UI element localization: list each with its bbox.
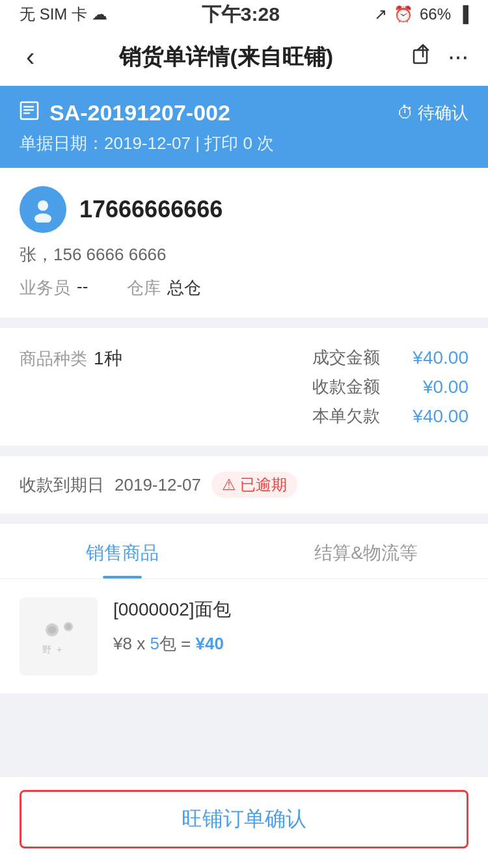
customer-section: 17666666666 张，156 6666 6666 业务员 -- 仓库 总仓 [0, 168, 488, 318]
customer-avatar [20, 186, 66, 233]
customer-phone: 17666666666 [79, 196, 223, 223]
svg-rect-0 [414, 50, 427, 63]
share-icon[interactable] [411, 42, 435, 72]
back-button[interactable]: ‹ [20, 36, 41, 78]
due-section: 收款到期日 2019-12-07 ⚠ 已逾期 [0, 456, 488, 513]
product-name: [0000002]面包 [113, 597, 468, 622]
product-info: [0000002]面包 ¥8 x 5包 = ¥40 [113, 597, 468, 655]
received-amount-value: ¥0.00 [390, 377, 468, 398]
overdue-badge: ⚠ 已逾期 [211, 472, 297, 498]
overdue-text: 已逾期 [240, 474, 287, 495]
kinds-label: 商品种类 [20, 347, 87, 370]
status-text: 待确认 [418, 102, 468, 124]
product-item: 野 + [0000002]面包 ¥8 x 5包 = ¥40 [0, 579, 488, 694]
received-amount-label: 收款金额 [312, 375, 380, 398]
kinds-value: 1种 [94, 346, 122, 371]
product-thumbnail: 野 + [20, 597, 98, 675]
page-title: 销货单详情(来自旺铺) [119, 42, 333, 72]
order-banner: SA-20191207-002 ⏱ 待确认 单据日期：2019-12-07 | … [0, 86, 488, 168]
warehouse-value: 总仓 [167, 277, 201, 299]
confirm-order-button[interactable]: 旺铺订单确认 [20, 790, 468, 848]
order-date: 单据日期：2019-12-07 | 打印 0 次 [20, 132, 468, 155]
svg-text:野: 野 [42, 644, 51, 655]
status-right: ↗ ⏰ 66% ▐ [374, 5, 468, 23]
equals-sign: = [176, 634, 196, 653]
owed-amount-label: 本单欠款 [312, 405, 380, 427]
battery-text: 66% [420, 5, 451, 23]
warehouse-label: 仓库 [127, 277, 161, 299]
clock-icon: ⏱ [397, 103, 414, 123]
order-status: ⏱ 待确认 [397, 102, 468, 124]
tab-sales-goods-label: 销售商品 [86, 543, 159, 563]
status-bar: 无 SIM 卡 ☁ 下午3:28 ↗ ⏰ 66% ▐ [0, 0, 488, 29]
tabs-section: 销售商品 结算&物流等 野 + [0000002]面包 ¥8 x 5包 = ¥4… [0, 524, 488, 694]
overdue-warning-icon: ⚠ [222, 476, 236, 494]
customer-name: 张，156 6666 6666 [20, 243, 468, 266]
salesperson-value: -- [77, 277, 88, 299]
owed-amount-value: ¥40.00 [390, 406, 468, 427]
amounts-section: 成交金额 ¥40.00 收款金额 ¥0.00 本单欠款 ¥40.00 [312, 346, 468, 427]
nav-bar: ‹ 销货单详情(来自旺铺) ··· [0, 29, 488, 86]
status-left: 无 SIM 卡 ☁ [20, 4, 107, 25]
unit-price: ¥8 x [113, 634, 150, 653]
location-icon: ↗ [374, 5, 387, 23]
bottom-bar: 旺铺订单确认 [0, 776, 488, 868]
svg-text:+: + [57, 644, 62, 655]
due-date-value: 2019-12-07 [115, 475, 201, 495]
summary-section: 商品种类 1种 成交金额 ¥40.00 收款金额 ¥0.00 本单欠款 ¥40.… [0, 328, 488, 446]
tab-sales-goods[interactable]: 销售商品 [0, 524, 244, 578]
svg-point-3 [34, 213, 51, 223]
nav-actions: ··· [411, 42, 468, 72]
tab-settlement-label: 结算&物流等 [314, 543, 418, 563]
customer-meta: 业务员 -- 仓库 总仓 [20, 277, 468, 299]
svg-point-5 [48, 626, 56, 634]
more-icon[interactable]: ··· [448, 43, 468, 71]
goods-kinds: 商品种类 1种 [20, 346, 122, 371]
order-number: SA-20191207-002 [20, 100, 230, 126]
product-price: ¥8 x 5包 = ¥40 [113, 632, 468, 655]
deal-amount-label: 成交金额 [312, 346, 380, 369]
tab-bar: 销售商品 结算&物流等 [0, 524, 488, 579]
deal-amount-value: ¥40.00 [390, 347, 468, 368]
salesperson-label: 业务员 [20, 277, 70, 299]
quantity-unit: 包 [159, 634, 176, 653]
order-number-text: SA-20191207-002 [49, 100, 230, 126]
svg-point-2 [38, 200, 48, 211]
order-doc-icon [20, 100, 43, 126]
tab-settlement[interactable]: 结算&物流等 [244, 524, 488, 578]
alarm-icon: ⏰ [394, 5, 413, 23]
status-time: 下午3:28 [202, 1, 280, 28]
total-price: ¥40 [195, 634, 223, 653]
quantity-number: 5 [150, 634, 159, 653]
no-sim-text: 无 SIM 卡 ☁ [20, 4, 107, 25]
battery-icon: ▐ [457, 5, 468, 23]
svg-point-7 [66, 624, 71, 629]
due-date-label: 收款到期日 [20, 474, 104, 496]
